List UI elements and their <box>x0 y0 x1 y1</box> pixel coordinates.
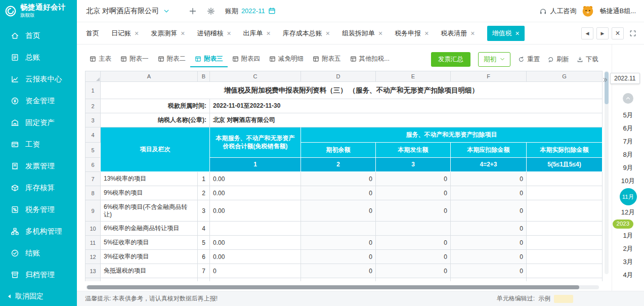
close-icon[interactable]: × <box>135 30 139 37</box>
sidebar-item-salary[interactable]: 工资 <box>0 134 77 155</box>
sheet-cell[interactable]: 0 <box>451 250 527 264</box>
info-label-cell[interactable]: 纳税人名称(公章): <box>101 113 210 127</box>
tab-assembly-order[interactable]: 组装拆卸单× <box>342 29 382 38</box>
row-number[interactable]: 1 <box>85 82 101 99</box>
tab-home[interactable]: 首页 <box>86 29 99 38</box>
month-item[interactable]: 3月 <box>620 255 637 269</box>
sheet-cell[interactable] <box>527 186 603 200</box>
sheet-cell[interactable]: 免抵退税的项目 <box>101 264 198 278</box>
row-number[interactable]: 9 <box>85 200 101 222</box>
header-num-cell[interactable]: 4=2+3 <box>451 158 527 172</box>
sheet-cell[interactable]: 0 <box>301 186 376 200</box>
header-cell[interactable]: 本期应扣除金额 <box>451 143 527 158</box>
sheet-cell[interactable]: 0 <box>376 200 451 222</box>
tab-inventory-cost-ledger[interactable]: 库存成本总账× <box>283 29 330 38</box>
sheet-tab-appendix-2[interactable]: 附表二 <box>153 51 191 67</box>
sheet-title-cell[interactable]: 增值税及附加税费申报表附列资料（三） （服务、不动产和无形资产扣除项目明细） <box>101 82 603 99</box>
sheet-cell[interactable]: 0 <box>451 186 527 200</box>
header-cell[interactable]: 本期服务、不动产和无形资产价税合计额(免税销售额) <box>210 127 301 158</box>
sheet-cell[interactable]: 0 <box>376 186 451 200</box>
month-item[interactable]: 7月 <box>620 135 637 148</box>
plus-icon[interactable] <box>189 7 197 15</box>
sheet-cell[interactable]: 0.00 <box>210 236 301 250</box>
sheet-cell[interactable] <box>527 200 603 222</box>
sidebar-item-multi-org-management[interactable]: 多机构管理 <box>0 221 77 242</box>
tab-invoice-estimate[interactable]: 发票测算× <box>151 29 185 38</box>
sheet-cell[interactable]: 13%税率的项目 <box>101 172 198 186</box>
sheet-cell[interactable] <box>210 222 301 236</box>
month-item[interactable]: 2月 <box>620 242 637 255</box>
sheet-cell[interactable] <box>301 222 376 236</box>
download-button[interactable]: 下载 <box>577 55 598 64</box>
header-cell[interactable]: 期初余额 <box>301 143 376 158</box>
sheet-tab-appendix-5[interactable]: 附表五 <box>308 51 346 67</box>
close-icon[interactable]: × <box>516 30 520 37</box>
reset-button[interactable]: 重置 <box>518 55 540 64</box>
sheet-cell[interactable] <box>527 250 603 264</box>
sheet-cell[interactable]: 0 <box>301 200 376 222</box>
sheet-cell[interactable]: 2 <box>198 186 210 200</box>
sidebar-item-fixed-assets[interactable]: 固定资产 <box>0 112 77 134</box>
month-item[interactable]: 6月 <box>620 122 637 135</box>
sheet-cell[interactable]: 0 <box>376 250 451 264</box>
sheet-cell[interactable]: 6%税率的金融商品转让项目 <box>101 222 198 236</box>
close-icon[interactable]: × <box>470 30 475 37</box>
sidebar-item-general-ledger[interactable]: 总账 <box>0 47 77 68</box>
column-header-C[interactable]: C <box>210 71 301 82</box>
sheet-cell[interactable] <box>376 222 451 236</box>
sheet-tab-exemption-detail[interactable]: 减免明细 <box>265 51 308 67</box>
sheet-cell[interactable]: 3 <box>198 200 210 222</box>
month-item[interactable]: 4月 <box>620 269 637 282</box>
month-item[interactable]: 8月 <box>620 148 637 161</box>
row-number[interactable]: 8 <box>85 186 101 200</box>
info-label-cell[interactable]: 税款所属时间: <box>101 99 210 113</box>
sheet-cell[interactable]: 4 <box>198 222 210 236</box>
vertical-scrollbar[interactable] <box>605 71 609 274</box>
sheet-cell[interactable]: 0 <box>301 264 376 278</box>
sheet-cell[interactable]: 0 <box>451 200 527 222</box>
tab-vat[interactable]: 增值税× <box>487 26 525 41</box>
sheet-cell[interactable]: 5%征收率的项目 <box>101 236 198 250</box>
user-name[interactable]: 畅捷通B组... <box>599 7 636 16</box>
invoice-summary-button[interactable]: 发票汇总 <box>431 52 470 67</box>
app-logo[interactable]: 畅捷通好会计 旗舰版 <box>0 0 77 22</box>
column-header-D[interactable]: D <box>301 71 376 82</box>
sheet-cell[interactable]: 0.00 <box>210 250 301 264</box>
tab-tax-filing[interactable]: 税务申报× <box>395 29 428 38</box>
row-number[interactable]: 11 <box>85 236 101 250</box>
fullscreen-button[interactable] <box>627 27 639 39</box>
sheet-cell[interactable]: 9%税率的项目 <box>101 186 198 200</box>
horizontal-scrollbar-thumb[interactable] <box>87 285 579 289</box>
close-icon[interactable]: × <box>326 30 330 37</box>
sheet-tab-appendix-4[interactable]: 附表四 <box>228 51 265 67</box>
row-number[interactable]: 7 <box>85 172 101 186</box>
sheet-cell[interactable]: 0.00 <box>210 172 301 186</box>
close-icon[interactable]: × <box>267 30 271 37</box>
sheet-cell[interactable]: 0.00 <box>210 186 301 200</box>
sheet-cell[interactable]: 0.00 <box>210 200 301 222</box>
row-number[interactable]: 5 <box>85 143 101 158</box>
sheet-cell[interactable]: 0 <box>451 172 527 186</box>
gear-icon[interactable] <box>207 7 215 15</box>
scroll-tabs-left-button[interactable]: ◀ <box>581 27 593 39</box>
column-header-B[interactable]: B <box>198 71 210 82</box>
close-all-tabs-button[interactable]: × <box>612 27 624 39</box>
avatar[interactable] <box>581 5 594 18</box>
sheet-cell[interactable]: 0 <box>301 172 376 186</box>
info-value-cell[interactable]: 北京 对啊酒店有限公司 <box>210 113 603 127</box>
month-item[interactable]: 10月 <box>620 174 637 188</box>
sheet-cell[interactable]: 0 <box>210 264 301 278</box>
sheet-cell[interactable]: 0 <box>301 250 376 264</box>
sheet-cell[interactable]: 7 <box>198 264 210 278</box>
row-number[interactable]: 3 <box>85 113 101 127</box>
close-icon[interactable]: × <box>227 30 231 37</box>
row-number[interactable]: 13 <box>85 264 101 278</box>
sidebar-item-cloud-report-center[interactable]: 云报表中心 <box>0 68 77 90</box>
tab-tax-register[interactable]: 税表清册× <box>441 29 475 38</box>
sidebar-item-closing[interactable]: 结账 <box>0 242 77 264</box>
header-num-cell[interactable]: 3 <box>376 158 451 172</box>
header-num-cell[interactable]: 2 <box>301 158 376 172</box>
header-cell[interactable]: 本期发生额 <box>376 143 451 158</box>
sheet-cell[interactable] <box>527 222 603 236</box>
tab-purchase-sales-audit[interactable]: 进销稽核× <box>197 29 231 38</box>
